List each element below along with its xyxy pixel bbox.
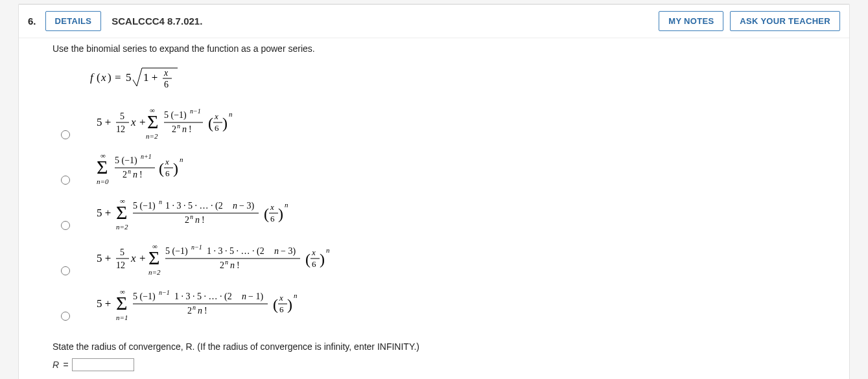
answer-option: 5 + 5 12 x + ∞ Σ n=2 5 (−1) n−1 2 n: [53, 104, 831, 142]
answer-option: 5 + ∞ Σ n=2 5 (−1) n 1 · 3 · 5 · … · (2 …: [53, 195, 831, 233]
svg-text:): ): [278, 205, 283, 222]
svg-text:− 3): − 3): [281, 246, 296, 257]
svg-text:n: n: [230, 260, 235, 270]
svg-text:(: (: [264, 205, 269, 222]
question-body: Use the binomial series to expand the fu…: [19, 38, 849, 379]
svg-text:Σ: Σ: [116, 201, 127, 223]
option-math-5: 5 + ∞ Σ n=1 5 (−1) n−1 1 · 3 · 5 · … · (…: [97, 286, 330, 323]
svg-text:n: n: [195, 215, 200, 225]
answer-option: ∞ Σ n=0 5 (−1) n+1 2 n n ! ( x 6 ): [53, 150, 831, 187]
question-prompt: Use the binomial series to expand the fu…: [53, 43, 831, 54]
radius-equals: =: [63, 360, 68, 370]
svg-text:n−1: n−1: [190, 108, 201, 115]
svg-text:6: 6: [279, 304, 284, 314]
svg-text:(: (: [273, 296, 278, 313]
svg-text:5: 5: [120, 111, 124, 121]
radius-label: R: [53, 360, 59, 370]
svg-text:n: n: [128, 168, 131, 175]
svg-text:n−1: n−1: [159, 289, 170, 296]
svg-text:=: =: [115, 71, 121, 84]
svg-text:x: x: [165, 157, 169, 167]
svg-text:n: n: [326, 246, 330, 254]
svg-text:n=2: n=2: [116, 223, 128, 231]
svg-text:(: (: [159, 160, 164, 177]
svg-text:n: n: [274, 246, 279, 256]
svg-text:n: n: [294, 292, 298, 299]
svg-text:n=0: n=0: [97, 178, 109, 185]
svg-text:2: 2: [172, 124, 176, 134]
svg-text:f: f: [90, 71, 95, 84]
svg-text:): ): [173, 160, 178, 177]
svg-text:x: x: [311, 247, 316, 257]
svg-text:x: x: [270, 202, 274, 212]
svg-text:n: n: [190, 213, 193, 220]
svg-text:2: 2: [123, 170, 127, 179]
svg-text:!: !: [202, 215, 205, 225]
svg-text:n: n: [159, 198, 162, 205]
option-math-3: 5 + ∞ Σ n=2 5 (−1) n 1 · 3 · 5 · … · (2 …: [97, 196, 317, 232]
radius-prompt: State the radius of convergence, R. (If …: [53, 341, 831, 352]
option-math-1: 5 + 5 12 x + ∞ Σ n=2 5 (−1) n−1 2 n: [97, 105, 265, 141]
svg-text:+: +: [139, 252, 146, 264]
svg-text:n: n: [182, 124, 187, 134]
question-container: 6. DETAILS SCALCCC4 8.7.021. MY NOTES AS…: [18, 4, 850, 379]
svg-text:2: 2: [220, 260, 224, 270]
svg-text:n: n: [133, 170, 137, 179]
my-notes-button[interactable]: MY NOTES: [659, 11, 723, 31]
svg-text:n: n: [229, 110, 233, 118]
option-radio-3[interactable]: [61, 221, 70, 230]
svg-text:!: !: [237, 260, 240, 270]
svg-text:x: x: [214, 111, 218, 121]
option-radio-2[interactable]: [61, 176, 70, 185]
svg-text:x: x: [279, 293, 283, 303]
svg-text:x: x: [130, 116, 136, 128]
svg-text:5 (−1): 5 (−1): [115, 155, 137, 166]
svg-text:(: (: [208, 115, 213, 132]
svg-text:5 (−1): 5 (−1): [133, 201, 156, 211]
svg-text:Σ: Σ: [148, 247, 159, 268]
svg-text:n: n: [233, 201, 237, 211]
svg-text:5 +: 5 +: [97, 252, 111, 264]
svg-text:5 +: 5 +: [97, 116, 111, 128]
svg-text:): ): [287, 296, 292, 313]
svg-text:1 · 3 · 5 · … · (2: 1 · 3 · 5 · … · (2: [174, 292, 232, 302]
svg-text:1 · 3 · 5 · … · (2: 1 · 3 · 5 · … · (2: [165, 201, 223, 211]
svg-text:n=2: n=2: [146, 132, 158, 140]
svg-text:6: 6: [165, 168, 170, 178]
svg-text:n: n: [225, 258, 228, 266]
svg-text:5 (−1): 5 (−1): [164, 110, 187, 121]
option-radio-5[interactable]: [61, 312, 70, 321]
svg-text:12: 12: [116, 124, 125, 134]
svg-text:(: (: [305, 251, 311, 268]
ask-teacher-button[interactable]: ASK YOUR TEACHER: [730, 11, 840, 31]
svg-text:n: n: [242, 292, 246, 301]
svg-text:n: n: [180, 155, 183, 163]
svg-text:Σ: Σ: [116, 292, 127, 314]
svg-text:5 +: 5 +: [97, 207, 111, 219]
function-definition: f ( x ) = 5 1 + x 6: [90, 63, 831, 93]
svg-text:n=1: n=1: [116, 314, 128, 321]
svg-text:6: 6: [312, 259, 316, 269]
svg-text:n+1: n+1: [141, 153, 152, 160]
svg-text:6: 6: [270, 214, 275, 224]
svg-text:n−1: n−1: [191, 244, 202, 251]
svg-text:x: x: [163, 68, 169, 78]
svg-text:Σ: Σ: [97, 156, 108, 178]
svg-text:n: n: [285, 201, 288, 209]
answer-option: 5 + 5 12 x + ∞ Σ n=2 5 (−1) n−1 1 · 3 · …: [53, 240, 831, 278]
svg-text:n: n: [193, 304, 196, 311]
radius-input[interactable]: [72, 358, 134, 371]
svg-text:6: 6: [215, 123, 219, 133]
question-header: 6. DETAILS SCALCCC4 8.7.021. MY NOTES AS…: [19, 5, 849, 38]
details-button[interactable]: DETAILS: [45, 11, 102, 31]
svg-text:n: n: [177, 122, 180, 130]
option-radio-4[interactable]: [61, 266, 70, 275]
svg-text:5 +: 5 +: [97, 297, 111, 310]
svg-text:12: 12: [116, 260, 125, 270]
svg-text:1 +: 1 +: [143, 71, 158, 84]
svg-text:2: 2: [187, 306, 192, 316]
option-math-4: 5 + 5 12 x + ∞ Σ n=2 5 (−1) n−1 1 · 3 · …: [97, 241, 369, 277]
option-radio-1[interactable]: [61, 130, 70, 139]
svg-text:6: 6: [164, 80, 169, 89]
svg-text:!: !: [139, 170, 143, 179]
